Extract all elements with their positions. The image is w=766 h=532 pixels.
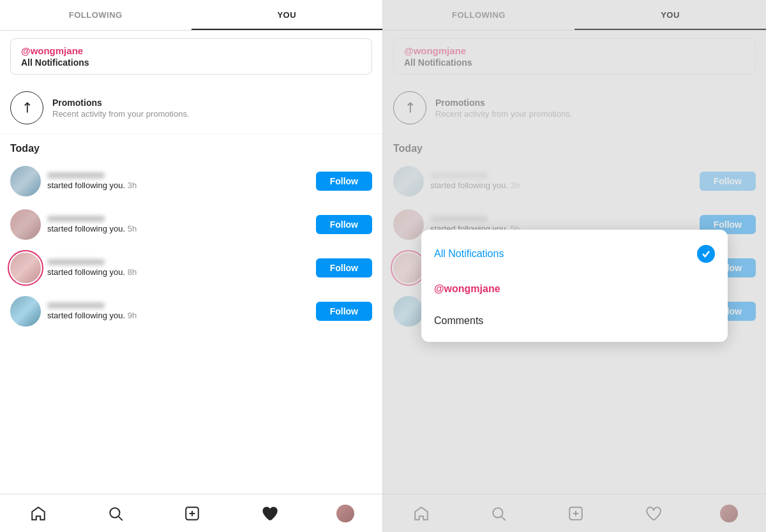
left-tab-following[interactable]: FOLLOWING [0, 0, 192, 30]
notif-text-4: started following you. 9h [47, 302, 310, 320]
notif-text-3: started following you. 8h [47, 259, 310, 277]
promotions-section[interactable]: ↗ Promotions Recent activity from your p… [0, 82, 382, 134]
notif-item-2: started following you. 5h Follow [0, 203, 382, 246]
dropdown-comments-label: Comments [434, 315, 483, 327]
username-blur-1 [47, 172, 105, 179]
avatar-3[interactable] [10, 253, 41, 283]
dropdown-username-label: @wongmjane [434, 283, 500, 295]
arrow-icon: ↗ [17, 98, 36, 117]
dropdown-menu: All Notifications @wongmjane Comments [421, 230, 728, 342]
notif-message-3: started following you. 8h [47, 267, 310, 277]
promotions-desc: Recent activity from your promotions. [52, 109, 190, 119]
filter-username: @wongmjane [21, 45, 361, 56]
left-tab-you[interactable]: YOU [192, 0, 383, 30]
right-panel: FOLLOWING YOU @wongmjane All Notificatio… [383, 0, 766, 532]
username-blur-4 [47, 302, 105, 309]
notif-time-4: 9h [128, 311, 137, 320]
today-label: Today [0, 134, 382, 159]
left-panel: FOLLOWING YOU @wongmjane All Notificatio… [0, 0, 383, 532]
dropdown-username[interactable]: @wongmjane [421, 273, 728, 305]
svg-line-1 [119, 516, 123, 520]
promotions-icon: ↗ [10, 91, 43, 124]
follow-button-1[interactable]: Follow [316, 172, 372, 191]
heart-icon[interactable] [259, 503, 280, 524]
notif-text-2: started following you. 5h [47, 216, 310, 233]
dropdown-all-notifications[interactable]: All Notifications [421, 235, 728, 273]
follow-button-4[interactable]: Follow [316, 302, 372, 321]
checkmark-icon [697, 245, 715, 263]
avatar-1[interactable] [10, 166, 41, 196]
notification-filter[interactable]: @wongmjane All Notifications [10, 38, 372, 75]
follow-button-3[interactable]: Follow [316, 258, 372, 277]
notif-time-2: 5h [128, 224, 137, 233]
avatar-2[interactable] [10, 209, 41, 240]
notif-item-1: started following you. 3h Follow [0, 159, 382, 203]
bottom-nav-left [0, 494, 382, 532]
notif-item-4: started following you. 9h Follow [0, 290, 382, 333]
left-tab-bar: FOLLOWING YOU [0, 0, 382, 31]
notif-text-1: started following you. 3h [47, 172, 310, 190]
username-blur-2 [47, 216, 105, 222]
search-icon[interactable] [105, 503, 126, 524]
notif-message-1: started following you. 3h [47, 181, 310, 190]
add-icon[interactable] [182, 503, 202, 524]
svg-point-0 [110, 508, 119, 517]
notif-time-1: 3h [128, 181, 137, 190]
follow-button-2[interactable]: Follow [316, 215, 372, 234]
notif-message-4: started following you. 9h [47, 311, 310, 320]
notif-item-3: started following you. 8h Follow [0, 246, 382, 290]
dropdown-all-label: All Notifications [434, 248, 504, 260]
username-blur-3 [47, 259, 105, 265]
user-avatar[interactable] [336, 505, 354, 522]
filter-label: All Notifications [21, 57, 361, 68]
promotions-title: Promotions [52, 98, 190, 108]
home-icon[interactable] [28, 503, 49, 524]
avatar-4[interactable] [10, 296, 41, 327]
promotions-text: Promotions Recent activity from your pro… [52, 98, 190, 119]
dropdown-comments[interactable]: Comments [421, 305, 728, 337]
notif-message-2: started following you. 5h [47, 224, 310, 233]
notif-time-3: 8h [128, 267, 137, 277]
